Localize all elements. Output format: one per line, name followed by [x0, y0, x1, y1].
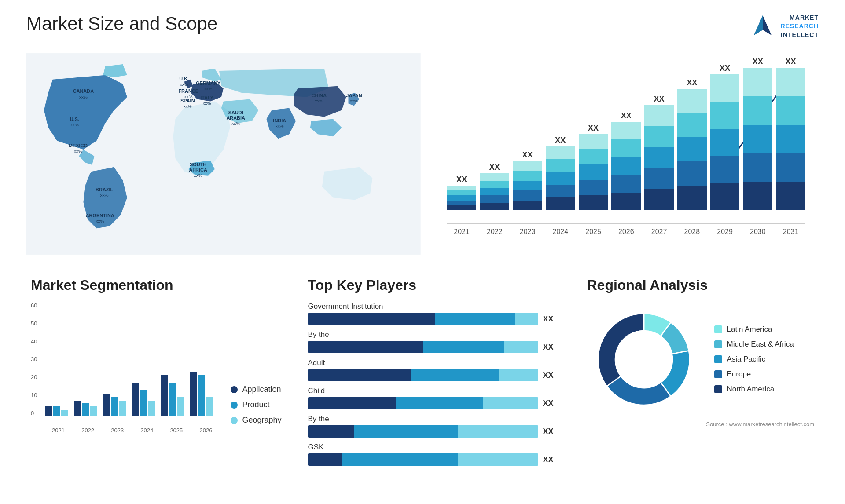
- seg-bar: [148, 401, 155, 416]
- seg-bar: [161, 375, 168, 416]
- player-label: By the: [308, 415, 561, 424]
- brazil-pct: xx%: [100, 193, 109, 197]
- seg-bar-group-4: [161, 375, 184, 416]
- player-bar-segment: [308, 369, 412, 381]
- bar-segment: [546, 159, 575, 172]
- bar-group-2021: XX: [447, 57, 477, 210]
- player-bar-segment: [308, 425, 354, 438]
- bar-segment: [513, 161, 542, 171]
- seg-legend: ApplicationProductGeography: [231, 385, 281, 434]
- player-bar-segment: [342, 453, 458, 466]
- bar-top-label-2030: XX: [753, 57, 763, 66]
- argentina-label: ARGENTINA: [86, 213, 114, 218]
- seg-legend-item: Product: [231, 400, 281, 409]
- seg-bar: [103, 394, 110, 416]
- bar-segment: [743, 153, 772, 182]
- mexico-label: MEXICO: [69, 143, 88, 148]
- bar-x-label-2026: 2026: [611, 228, 641, 236]
- header: Market Size and Scope MARKET RESEARCH IN…: [26, 13, 819, 40]
- seg-bar: [74, 401, 81, 416]
- bar-segment: [611, 175, 641, 192]
- seg-x-label: 2021: [47, 427, 70, 434]
- top-section: CANADA xx% U.S. xx% MEXICO xx% BRAZIL xx…: [26, 48, 819, 259]
- regional-legend-label: Middle East & Africa: [727, 340, 794, 349]
- bar-segment: [644, 105, 674, 126]
- seg-bar-group-5: [190, 372, 213, 416]
- player-bar-segment: [411, 369, 499, 381]
- player-bar-wrapper: XX: [308, 313, 561, 325]
- seg-x-label: 2024: [135, 427, 158, 434]
- seg-bar-group-1: [74, 401, 97, 416]
- regional-legend-label: Asia Pacific: [727, 355, 765, 364]
- player-bar-track: [308, 341, 539, 353]
- player-bar-track: [308, 313, 539, 325]
- india-label: INDIA: [273, 118, 286, 123]
- player-bar-wrapper: XX: [308, 453, 561, 466]
- bar-segment: [611, 193, 641, 210]
- bar-x-label-2029: 2029: [710, 228, 740, 236]
- bar-top-label-2027: XX: [654, 95, 665, 104]
- uk-label: U.K.: [179, 76, 189, 81]
- bar-segment: [710, 74, 740, 102]
- china-label: CHINA: [312, 93, 327, 98]
- regional-container: Regional Analysis Latin AmericaMiddle Ea…: [582, 273, 819, 475]
- bar-segment: [776, 125, 805, 153]
- bar-x-labels: 2021202220232024202520262027202820292030…: [447, 228, 805, 236]
- bar-chart-vis: XXXXXXXXXXXXXXXXXXXXXX: [447, 57, 805, 224]
- safrica-pct: xx%: [194, 173, 202, 178]
- us-label: U.S.: [70, 117, 79, 122]
- bar-segment: [546, 197, 575, 210]
- legend-dot: [231, 386, 238, 393]
- bar-segment: [776, 68, 805, 96]
- bar-segment: [546, 172, 575, 185]
- donut-center: [617, 332, 672, 387]
- argentina-pct: xx%: [96, 219, 104, 223]
- player-label: By the: [308, 330, 561, 339]
- us-pct: xx%: [70, 122, 79, 127]
- seg-bar: [90, 406, 97, 416]
- player-bar-segment: [435, 313, 515, 325]
- bar-x-label-2021: 2021: [447, 228, 477, 236]
- seg-bar: [140, 390, 147, 416]
- bar-segment: [677, 161, 707, 186]
- seg-x-label: 2022: [76, 427, 99, 434]
- bar-x-label-2024: 2024: [546, 228, 575, 236]
- bar-top-label-2021: XX: [456, 175, 467, 184]
- seg-bar: [177, 397, 184, 416]
- bar-segment: [743, 125, 772, 153]
- bar-segment: [710, 183, 740, 210]
- bar-group-2028: XX: [677, 57, 707, 210]
- bar-segment: [677, 89, 707, 113]
- legend-label: Application: [242, 385, 281, 394]
- bar-segment: [579, 195, 608, 210]
- bar-top-label-2023: XX: [522, 150, 533, 160]
- player-bar-group: By theXX: [308, 330, 561, 353]
- player-bar-wrapper: XX: [308, 425, 561, 438]
- world-map-svg: CANADA xx% U.S. xx% MEXICO xx% BRAZIL xx…: [26, 48, 421, 259]
- seg-bar: [45, 406, 52, 416]
- spain-label: SPAIN: [180, 98, 195, 103]
- legend-label: Geography: [242, 416, 281, 425]
- player-bar-segment: [354, 425, 458, 438]
- seg-bar-group-3: [132, 383, 155, 416]
- bar-segment: [447, 190, 477, 195]
- bar-segment: [743, 182, 772, 210]
- logo-text: MARKET RESEARCH INTELLECT: [780, 14, 819, 40]
- bar-group-2024: XX: [546, 57, 575, 210]
- player-value: XX: [543, 371, 560, 380]
- seg-x-label: 2026: [194, 427, 217, 434]
- player-label: Adult: [308, 358, 561, 367]
- player-bar-segment: [515, 313, 538, 325]
- legend-label: Product: [242, 400, 269, 409]
- bar-x-label-2025: 2025: [579, 228, 608, 236]
- segmentation-title: Market Segmentation: [31, 277, 282, 293]
- player-bar-segment: [483, 397, 539, 409]
- bar-x-label-2031: 2031: [776, 228, 805, 236]
- canada-pct: xx%: [79, 95, 88, 99]
- bar-group-2030: XX: [743, 57, 772, 210]
- seg-bar: [61, 410, 68, 416]
- bar-segment: [513, 181, 542, 190]
- bar-segment: [776, 96, 805, 125]
- bar-x-label-2030: 2030: [743, 228, 772, 236]
- saudi-label2: ARABIA: [226, 115, 245, 121]
